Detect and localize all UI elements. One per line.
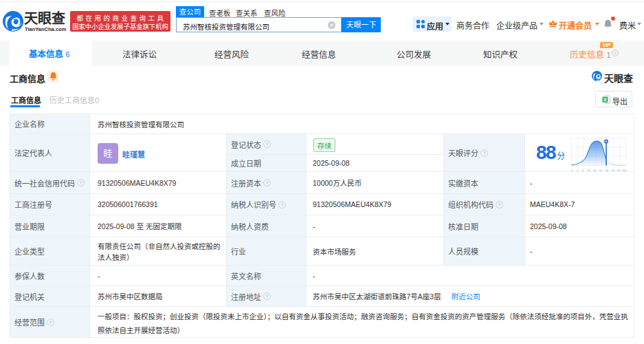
svg-text:100: 100 [622, 169, 627, 172]
svg-text:61: 61 [599, 169, 603, 172]
svg-text:15: 15 [587, 169, 590, 172]
svg-text:95: 95 [612, 169, 615, 172]
svg-text:0: 0 [571, 169, 573, 172]
svg-text:1: 1 [577, 169, 579, 172]
svg-text:3: 3 [582, 169, 584, 172]
svg-text:84: 84 [606, 169, 609, 172]
svg-text:99: 99 [617, 169, 621, 172]
svg-text:34: 34 [593, 169, 597, 172]
